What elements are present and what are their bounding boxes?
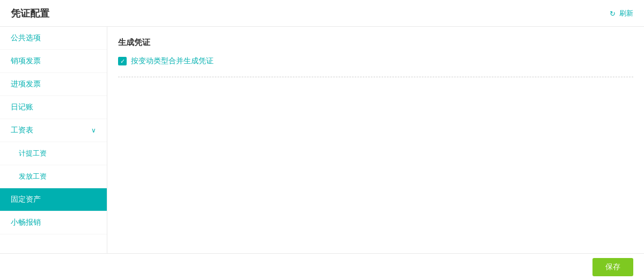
sidebar-item-pay-wages[interactable]: 发放工资 — [0, 165, 107, 188]
sidebar-item-accrued-wages[interactable]: 计提工资 — [0, 142, 107, 165]
sidebar-item-expense-reimb[interactable]: 小畅报销 — [0, 211, 107, 234]
chevron-down-icon: ∨ — [91, 127, 96, 134]
refresh-label: 刷新 — [619, 9, 633, 18]
sidebar-item-label: 公共选项 — [11, 33, 41, 43]
page-title: 凭证配置 — [11, 7, 49, 20]
section-title: 生成凭证 — [118, 38, 633, 48]
refresh-icon: ↻ — [610, 10, 617, 17]
checkbox-label[interactable]: 按变动类型合并生成凭证 — [131, 56, 214, 66]
sidebar-item-label: 进项发票 — [11, 79, 41, 89]
header: 凭证配置 ↻ 刷新 — [0, 0, 644, 27]
sidebar-item-purchase-invoice[interactable]: 进项发票 — [0, 73, 107, 96]
sidebar-item-journal[interactable]: 日记账 — [0, 96, 107, 119]
sidebar-item-label: 发放工资 — [19, 172, 47, 181]
sidebar-item-payroll-table[interactable]: 工资表∨ — [0, 119, 107, 142]
save-button[interactable]: 保存 — [592, 258, 633, 276]
sidebar-item-label: 计提工资 — [19, 149, 47, 158]
sidebar-item-fixed-assets[interactable]: 固定资产 — [0, 188, 107, 211]
sidebar-item-label: 固定资产 — [11, 195, 41, 204]
merge-by-type-checkbox[interactable] — [118, 57, 127, 65]
section-divider — [118, 77, 633, 77]
page-wrapper: 凭证配置 ↻ 刷新 公共选项销项发票进项发票日记账工资表∨计提工资发放工资固定资… — [0, 0, 644, 280]
checkbox-row: 按变动类型合并生成凭证 — [118, 56, 633, 66]
main-layout: 公共选项销项发票进项发票日记账工资表∨计提工资发放工资固定资产小畅报销 生成凭证… — [0, 27, 644, 253]
sidebar-item-public-options[interactable]: 公共选项 — [0, 27, 107, 50]
footer: 保存 — [0, 253, 644, 280]
sidebar-item-label: 日记账 — [11, 102, 33, 112]
sidebar-item-label: 小畅报销 — [11, 218, 41, 227]
sidebar-item-label: 销项发票 — [11, 56, 41, 66]
refresh-button[interactable]: ↻ 刷新 — [610, 9, 633, 18]
content-area: 生成凭证 按变动类型合并生成凭证 — [107, 27, 644, 253]
sidebar-item-sales-invoice[interactable]: 销项发票 — [0, 50, 107, 73]
sidebar: 公共选项销项发票进项发票日记账工资表∨计提工资发放工资固定资产小畅报销 — [0, 27, 107, 253]
sidebar-item-label: 工资表 — [11, 126, 33, 135]
